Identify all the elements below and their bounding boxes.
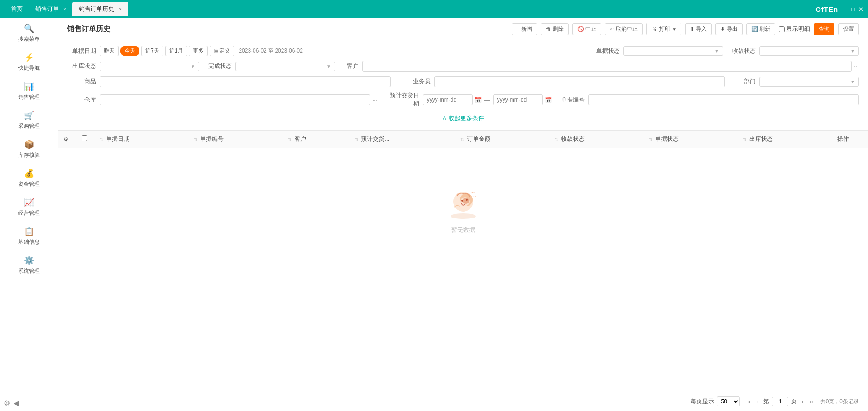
sidebar-item-finance[interactable]: 💰 资金管理 (0, 163, 58, 192)
sidebar-item-operation[interactable]: 📈 经营管理 (0, 192, 58, 221)
purchase-icon: 🛒 (24, 111, 34, 121)
tab-home-label: 首页 (11, 5, 23, 13)
sidebar-item-quick-nav[interactable]: ⚡ 快捷导航 (0, 47, 58, 76)
svg-point-4 (463, 198, 469, 204)
date-btn-more[interactable]: 更多 (189, 46, 208, 56)
sidebar-item-search-menu[interactable]: 🔍 搜索菜单 (0, 18, 58, 47)
page-size-label: 每页显示 (691, 397, 714, 406)
warehouse-input[interactable] (100, 94, 370, 105)
date-btn-1month[interactable]: 近1月 (165, 46, 187, 56)
top-bar: 首页 销售订单 × 销售订单历史 × OfTEn — □ ✕ (0, 0, 868, 18)
tab-sales-order-close[interactable]: × (63, 6, 66, 12)
date-btn-yesterday[interactable]: 昨天 (100, 46, 119, 56)
print-button[interactable]: 🖨 打印 ▼ (646, 23, 681, 35)
bill-status-arrow-icon: ▼ (715, 48, 719, 53)
page-input[interactable] (772, 397, 788, 406)
tab-sales-order[interactable]: 销售订单 × (29, 2, 72, 16)
tab-sales-history-label: 销售订单历史 (79, 5, 114, 13)
date-to-calendar-icon[interactable]: 📅 (545, 97, 552, 103)
maximize-btn[interactable]: □ (851, 6, 855, 13)
salesman-input[interactable] (434, 76, 725, 87)
date-buttons: 昨天 今天 近7天 近1月 更多 自定义 (100, 46, 234, 56)
th-bill-date-label: 单据日期 (106, 135, 129, 142)
date-btn-today[interactable]: 今天 (120, 46, 139, 56)
th-settings[interactable]: ⚙ (58, 131, 76, 148)
out-status-select[interactable]: ▼ (100, 62, 199, 71)
th-bill-status[interactable]: ⇅ 单据状态 (643, 131, 738, 148)
bill-no-label: 单据编号 (561, 96, 588, 104)
sort-icon-7: ⇅ (649, 137, 652, 142)
cancel-stop-button[interactable]: ↩ 取消中止 (605, 23, 643, 35)
refresh-button[interactable]: 🔄 刷新 (746, 23, 775, 35)
table-header: ⚙ ⇅ 单据日期 ⇅ 单据编号 ⇅ (58, 131, 868, 148)
sort-icon-6: ⇅ (555, 137, 558, 142)
prev-page-btn[interactable]: ‹ (755, 397, 761, 406)
new-button[interactable]: + 新增 (512, 23, 537, 35)
th-customer[interactable]: ⇅ 客户 (283, 131, 350, 148)
tab-sales-history[interactable]: 销售订单历史 × (72, 2, 128, 16)
th-bill-date[interactable]: ⇅ 单据日期 (94, 131, 188, 148)
date-from-calendar-icon[interactable]: 📅 (475, 97, 482, 103)
finance-icon: 💰 (24, 169, 34, 179)
th-receipt-status[interactable]: ⇅ 收款状态 (549, 131, 643, 148)
content-area: 销售订单历史 + 新增 🗑 删除 🚫 中止 ↩ 取消中止 🖨 打印 ▼ ⬆ 导入… (58, 18, 868, 411)
main-layout: 🔍 搜索菜单 ⚡ 快捷导航 📊 销售管理 🛒 采购管理 📦 库存核算 💰 资金管… (0, 18, 868, 411)
total-info: 共0页，0条记录 (820, 398, 859, 406)
inventory-icon: 📦 (24, 140, 34, 150)
page-size-select[interactable]: 50 10 20 100 (717, 396, 740, 406)
brand-label: OfTEn (815, 5, 838, 13)
sidebar-item-sales[interactable]: 📊 销售管理 (0, 76, 58, 105)
th-expected-date[interactable]: ⇅ 预计交货... (350, 131, 455, 148)
sidebar-collapse-icon[interactable]: ◀ (14, 399, 19, 407)
customer-input[interactable] (362, 61, 852, 72)
filter-row-warehouse: 仓库 ··· 预计交货日期 📅 — 📅 单据编号 (67, 92, 859, 108)
tab-home[interactable]: 首页 (5, 2, 29, 16)
import-button[interactable]: ⬆ 导入 (685, 23, 712, 35)
bill-no-input[interactable] (588, 94, 859, 105)
sidebar-item-sales-label: 销售管理 (18, 93, 40, 101)
next-page-btn[interactable]: › (800, 397, 805, 406)
last-page-btn[interactable]: » (808, 397, 815, 406)
warehouse-label: 仓库 (67, 96, 100, 104)
date-to-input[interactable] (493, 94, 543, 105)
export-button[interactable]: ⬇ 导出 (715, 23, 742, 35)
sidebar-item-system[interactable]: ⚙️ 系统管理 (0, 250, 58, 279)
first-page-btn[interactable]: « (745, 397, 752, 406)
sidebar-item-basic-info[interactable]: 📋 基础信息 (0, 221, 58, 250)
sidebar-item-inventory[interactable]: 📦 库存核算 (0, 134, 58, 163)
table-area: ⚙ ⇅ 单据日期 ⇅ 单据编号 ⇅ (58, 130, 868, 392)
data-table: ⚙ ⇅ 单据日期 ⇅ 单据编号 ⇅ (58, 130, 868, 271)
customer-ellipsis[interactable]: ··· (854, 63, 859, 70)
date-from-input[interactable] (423, 94, 473, 105)
delete-button[interactable]: 🗑 删除 (541, 23, 568, 35)
collapse-bar[interactable]: ∧ 收起更多条件 (67, 112, 859, 124)
th-out-status[interactable]: ⇅ 出库状态 (738, 131, 832, 148)
close-btn[interactable]: ✕ (858, 6, 863, 13)
date-btn-custom[interactable]: 自定义 (210, 46, 234, 56)
date-btn-7days[interactable]: 近7天 (141, 46, 163, 56)
basic-info-icon: 📋 (24, 227, 34, 237)
tab-sales-history-close[interactable]: × (119, 6, 121, 12)
select-all-checkbox[interactable] (82, 135, 87, 141)
stop-button[interactable]: 🚫 中止 (572, 23, 601, 35)
goods-ellipsis[interactable]: ··· (393, 78, 398, 85)
sidebar-settings-icon[interactable]: ⚙ (4, 399, 10, 407)
warehouse-ellipsis[interactable]: ··· (372, 96, 378, 103)
goods-input[interactable] (100, 76, 391, 87)
svg-point-5 (461, 200, 463, 202)
dept-select[interactable]: ▼ (759, 77, 859, 87)
salesman-ellipsis[interactable]: ··· (727, 78, 732, 85)
th-order-amount[interactable]: ⇅ 订单金额 (455, 131, 549, 148)
th-bill-no[interactable]: ⇅ 单据编号 (188, 131, 283, 148)
toolbar: + 新增 🗑 删除 🚫 中止 ↩ 取消中止 🖨 打印 ▼ ⬆ 导入 ⬇ 导出 🔄… (512, 23, 859, 35)
sidebar-item-operation-label: 经营管理 (18, 209, 40, 217)
show-detail-checkbox[interactable] (779, 26, 785, 32)
settings-button[interactable]: 设置 (838, 23, 859, 35)
minimize-btn[interactable]: — (842, 6, 848, 13)
complete-status-select[interactable]: ▼ (235, 62, 335, 71)
sidebar-item-purchase[interactable]: 🛒 采购管理 (0, 105, 58, 134)
query-button[interactable]: 查询 (814, 23, 834, 35)
bill-status-select[interactable]: ▼ (623, 46, 723, 56)
receipt-status-select[interactable]: ▼ (759, 46, 859, 56)
page-header: 销售订单历史 + 新增 🗑 删除 🚫 中止 ↩ 取消中止 🖨 打印 ▼ ⬆ 导入… (58, 18, 868, 40)
